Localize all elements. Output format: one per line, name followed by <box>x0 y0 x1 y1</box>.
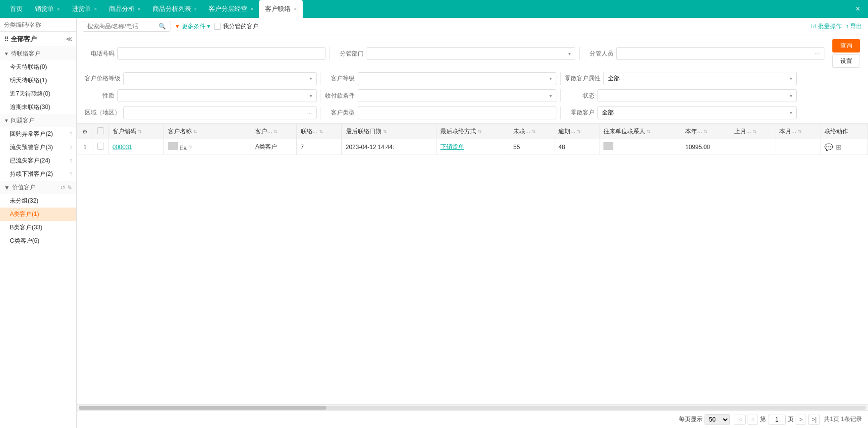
sort-contact-person: ⇅ <box>647 129 651 134</box>
sidebar-item-unclassified[interactable]: 未分组(32) <box>0 194 76 208</box>
col-code[interactable]: 客户编码 ⇅ <box>108 124 164 139</box>
batch-op-button[interactable]: ☑ 批量操作 <box>811 22 842 31</box>
scrollbar-track[interactable] <box>79 406 866 410</box>
col-this-month[interactable]: 本月... ⇅ <box>775 124 820 139</box>
chevron-status: ▾ <box>790 93 792 99</box>
page-size-label: 每页显示 <box>679 415 703 424</box>
sidebar-item-class-c[interactable]: C类客户(6) <box>0 234 76 248</box>
select-status[interactable]: ▾ <box>597 89 797 102</box>
query-button[interactable]: 查询 <box>832 39 860 53</box>
label-customer-level: 客户等级 <box>325 74 355 83</box>
settings-button[interactable]: 设置 <box>832 54 860 68</box>
sidebar-item-class-a[interactable]: A类客户(1) <box>0 208 76 221</box>
nav-sales-order[interactable]: 销货单 × <box>29 0 66 18</box>
customer-code-link[interactable]: 000031 <box>112 144 132 151</box>
section-problem-customers[interactable]: ▼ 问题客户 <box>0 114 76 127</box>
cell-actions: 💬 ⊞ <box>820 139 868 155</box>
section-value-customers[interactable]: ▼ 价值客户 ↺ ✎ <box>0 181 76 194</box>
export-button[interactable]: ↑ 导出 <box>846 22 862 31</box>
input-phone[interactable] <box>117 47 326 60</box>
select-all-checkbox[interactable] <box>97 127 104 134</box>
global-close-button[interactable]: × <box>852 4 864 13</box>
sidebar-item-declining[interactable]: 持续下滑客户(2) ? <box>0 167 76 181</box>
sidebar-all-customers[interactable]: ⠿ 全部客户 ≪ <box>0 32 76 47</box>
label-region: 区域（地区） <box>85 108 120 117</box>
sidebar-item-overdue[interactable]: 逾期未联络(30) <box>0 101 76 114</box>
cell-checkbox[interactable] <box>93 139 108 155</box>
col-last-month[interactable]: 上月... ⇅ <box>730 124 775 139</box>
sidebar-item-7days[interactable]: 近7天待联络(0) <box>0 87 76 101</box>
col-gear[interactable]: ⚙ <box>77 124 93 139</box>
sidebar-item-class-b[interactable]: B类客户(33) <box>0 221 76 234</box>
collapse-icon[interactable]: ≪ <box>66 36 72 43</box>
col-name[interactable]: 客户名称 ⇅ <box>163 124 251 139</box>
close-product-analysis-list[interactable]: × <box>194 6 197 12</box>
row-checkbox[interactable] <box>97 143 104 150</box>
nav-product-analysis-list[interactable]: 商品分析列表 × <box>147 0 203 18</box>
col-no-contact[interactable]: 未联... ⇅ <box>509 124 554 139</box>
page-label: 第 <box>760 415 766 424</box>
nav-home[interactable]: 首页 <box>4 0 29 18</box>
select-dept[interactable]: ▾ <box>367 47 575 60</box>
edit-icon[interactable]: ✎ <box>67 184 72 191</box>
col-overdue[interactable]: 逾期... ⇅ <box>554 124 599 139</box>
filter-row-4: 区域（地区） ··· 客户类型 零散客户 全部 <box>85 106 860 119</box>
select-retail-customer[interactable]: 全部 ▾ <box>597 106 797 119</box>
sidebar-item-today[interactable]: 今天待联络(0) <box>0 60 76 74</box>
close-customer-tier[interactable]: × <box>250 6 253 12</box>
nav-customer-tier[interactable]: 客户分层经营 × <box>203 0 259 18</box>
input-region[interactable]: ··· <box>123 107 317 119</box>
scrollbar-thumb[interactable] <box>79 406 326 410</box>
close-sales-order[interactable]: × <box>57 6 60 12</box>
sort-level: ⇅ <box>273 129 277 134</box>
sidebar-item-tomorrow[interactable]: 明天待联络(1) <box>0 74 76 87</box>
select-customer-level[interactable]: ▾ <box>358 72 557 85</box>
sidebar-search-input[interactable] <box>4 21 77 28</box>
section-pending-contact[interactable]: ▼ 待联络客户 <box>0 47 76 60</box>
help-icon-repurchase: ? <box>69 131 72 137</box>
refresh-icon[interactable]: ↺ <box>60 184 65 191</box>
sort-name: ⇅ <box>193 129 197 134</box>
more-filter-button[interactable]: ▼ 更多条件 ▾ <box>174 22 210 31</box>
input-manager[interactable]: ··· <box>616 47 824 60</box>
my-customer-checkbox[interactable]: 我分管的客户 <box>214 22 259 31</box>
select-payment[interactable]: ▾ <box>358 89 557 102</box>
input-customer-type[interactable] <box>358 107 557 119</box>
prev-page-button[interactable]: < <box>748 415 758 425</box>
select-price-level[interactable]: ▾ <box>123 72 317 85</box>
next-page-button[interactable]: > <box>796 415 806 425</box>
first-page-button[interactable]: |< <box>734 415 746 425</box>
nav-product-analysis[interactable]: 商品分析 × <box>103 0 147 18</box>
col-select-all[interactable] <box>93 124 108 139</box>
sort-last-method: ⇅ <box>478 129 482 134</box>
page-number-input[interactable] <box>768 415 786 425</box>
row-action-icons: 💬 ⊞ <box>824 143 864 151</box>
main-search-input[interactable] <box>87 23 157 30</box>
close-purchase-order[interactable]: × <box>94 6 97 12</box>
chevron-payment: ▾ <box>549 93 552 99</box>
last-page-button[interactable]: >| <box>808 415 820 425</box>
horizontal-scrollbar[interactable] <box>77 404 868 410</box>
select-retail-attr[interactable]: 全部 ▾ <box>603 72 797 85</box>
col-last-contact-date[interactable]: 最后联络日期 ⇅ <box>341 124 436 139</box>
select-nature[interactable]: ▾ <box>117 89 317 102</box>
col-contact-person[interactable]: 往来单位联系人 ⇅ <box>599 124 681 139</box>
field-manager: 分管人员 ··· <box>584 47 824 60</box>
col-contact-count[interactable]: 联络... ⇅ <box>296 124 341 139</box>
col-level[interactable]: 客户... ⇅ <box>251 124 296 139</box>
label-manager: 分管人员 <box>584 50 613 58</box>
col-last-contact-method[interactable]: 最后联络方式 ⇅ <box>436 124 509 139</box>
sidebar-item-repurchase-anomaly[interactable]: 回购异常客户(2) ? <box>0 127 76 141</box>
sidebar-item-churned[interactable]: 已流失客户(24) ? <box>0 154 76 167</box>
col-this-year[interactable]: 本年... ⇅ <box>681 124 730 139</box>
main-search-icon[interactable]: 🔍 <box>159 23 166 30</box>
nav-purchase-order[interactable]: 进货单 × <box>66 0 103 18</box>
close-product-analysis[interactable]: × <box>138 6 141 12</box>
last-method-link[interactable]: 下销货单 <box>440 143 464 150</box>
chat-action-icon[interactable]: 💬 <box>824 143 833 151</box>
page-size-select[interactable]: 50 100 200 <box>705 414 730 425</box>
sidebar-item-churn-warning[interactable]: 流失预警客户(3) ? <box>0 141 76 154</box>
nav-customer-contact[interactable]: 客户联络 × <box>259 0 303 18</box>
grid-action-icon[interactable]: ⊞ <box>836 143 842 151</box>
close-customer-contact[interactable]: × <box>294 6 297 12</box>
